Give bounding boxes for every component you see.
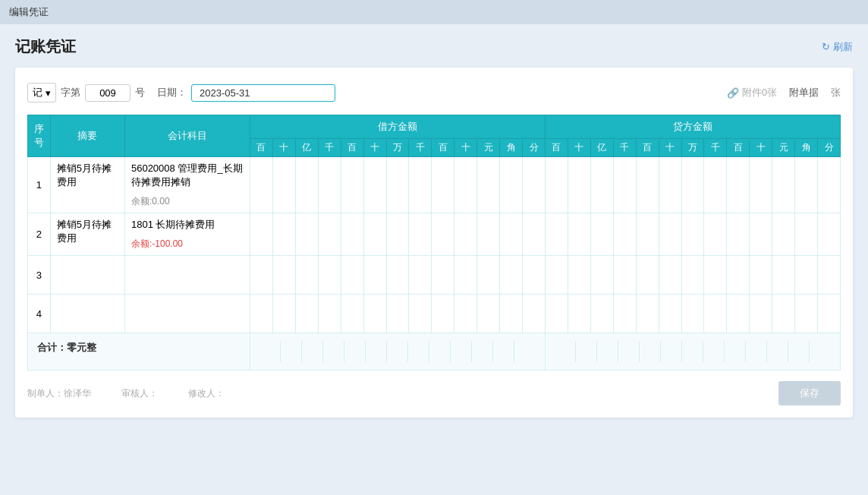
debit-cell[interactable] bbox=[250, 256, 272, 295]
credit-cell[interactable] bbox=[727, 157, 750, 213]
row-account[interactable]: 56020008 管理费用_长期待摊费用摊销余额:0.00 bbox=[124, 157, 250, 213]
credit-cell[interactable] bbox=[681, 295, 704, 333]
debit-cell[interactable] bbox=[363, 213, 386, 256]
debit-cell[interactable] bbox=[523, 157, 546, 213]
credit-cell[interactable] bbox=[727, 295, 750, 333]
debit-cell[interactable] bbox=[386, 256, 409, 295]
credit-cell[interactable] bbox=[795, 256, 818, 295]
credit-cell[interactable] bbox=[750, 213, 772, 256]
credit-cell[interactable] bbox=[659, 157, 681, 213]
debit-cell[interactable] bbox=[272, 157, 295, 213]
credit-cell[interactable] bbox=[590, 213, 613, 256]
debit-cell[interactable] bbox=[500, 256, 523, 295]
credit-cell[interactable] bbox=[772, 295, 795, 333]
credit-cell[interactable] bbox=[568, 295, 590, 333]
credit-cell[interactable] bbox=[659, 213, 681, 256]
debit-cell[interactable] bbox=[477, 157, 500, 213]
credit-cell[interactable] bbox=[727, 256, 750, 295]
debit-cell[interactable] bbox=[523, 213, 546, 256]
date-input[interactable] bbox=[191, 84, 335, 102]
debit-cell[interactable] bbox=[386, 157, 409, 213]
debit-cell[interactable] bbox=[454, 295, 477, 333]
credit-cell[interactable] bbox=[568, 157, 590, 213]
debit-cell[interactable] bbox=[318, 295, 341, 333]
credit-cell[interactable] bbox=[750, 295, 772, 333]
debit-cell[interactable] bbox=[500, 295, 523, 333]
debit-cell[interactable] bbox=[500, 213, 523, 256]
debit-cell[interactable] bbox=[272, 256, 295, 295]
credit-cell[interactable] bbox=[795, 295, 818, 333]
credit-cell[interactable] bbox=[818, 213, 841, 256]
debit-cell[interactable] bbox=[295, 157, 318, 213]
row-account[interactable] bbox=[124, 256, 250, 295]
debit-cell[interactable] bbox=[318, 256, 341, 295]
debit-cell[interactable] bbox=[363, 295, 386, 333]
row-summary[interactable] bbox=[50, 295, 124, 333]
credit-cell[interactable] bbox=[772, 157, 795, 213]
debit-cell[interactable] bbox=[341, 157, 363, 213]
credit-cell[interactable] bbox=[590, 157, 613, 213]
debit-cell[interactable] bbox=[318, 213, 341, 256]
debit-cell[interactable] bbox=[409, 157, 432, 213]
debit-cell[interactable] bbox=[432, 213, 454, 256]
credit-cell[interactable] bbox=[772, 256, 795, 295]
credit-cell[interactable] bbox=[795, 213, 818, 256]
debit-cell[interactable] bbox=[432, 157, 454, 213]
credit-cell[interactable] bbox=[750, 157, 772, 213]
row-summary[interactable]: 摊销5月待摊费用 bbox=[50, 213, 124, 256]
credit-cell[interactable] bbox=[818, 256, 841, 295]
debit-cell[interactable] bbox=[250, 157, 272, 213]
credit-cell[interactable] bbox=[818, 295, 841, 333]
debit-cell[interactable] bbox=[295, 295, 318, 333]
attachment-link[interactable]: 🔗 附件0张 bbox=[727, 86, 777, 99]
credit-cell[interactable] bbox=[613, 256, 636, 295]
debit-cell[interactable] bbox=[432, 256, 454, 295]
credit-cell[interactable] bbox=[659, 256, 681, 295]
credit-cell[interactable] bbox=[727, 213, 750, 256]
credit-cell[interactable] bbox=[613, 295, 636, 333]
credit-cell[interactable] bbox=[681, 157, 704, 213]
debit-cell[interactable] bbox=[477, 295, 500, 333]
credit-cell[interactable] bbox=[568, 256, 590, 295]
row-account[interactable]: 1801 长期待摊费用余额:-100.00 bbox=[124, 213, 250, 256]
credit-cell[interactable] bbox=[590, 295, 613, 333]
credit-cell[interactable] bbox=[568, 213, 590, 256]
row-summary[interactable]: 摊销5月待摊费用 bbox=[50, 157, 124, 213]
credit-cell[interactable] bbox=[772, 213, 795, 256]
debit-cell[interactable] bbox=[477, 256, 500, 295]
row-account[interactable] bbox=[124, 295, 250, 333]
debit-cell[interactable] bbox=[272, 213, 295, 256]
row-summary[interactable] bbox=[50, 256, 124, 295]
debit-cell[interactable] bbox=[454, 256, 477, 295]
credit-cell[interactable] bbox=[704, 256, 727, 295]
credit-cell[interactable] bbox=[681, 213, 704, 256]
debit-cell[interactable] bbox=[477, 213, 500, 256]
credit-cell[interactable] bbox=[613, 213, 636, 256]
debit-cell[interactable] bbox=[250, 213, 272, 256]
debit-cell[interactable] bbox=[295, 213, 318, 256]
debit-cell[interactable] bbox=[341, 213, 363, 256]
debit-cell[interactable] bbox=[523, 295, 546, 333]
credit-cell[interactable] bbox=[704, 157, 727, 213]
debit-cell[interactable] bbox=[363, 256, 386, 295]
credit-cell[interactable] bbox=[545, 295, 568, 333]
number-input[interactable] bbox=[85, 84, 131, 102]
credit-cell[interactable] bbox=[636, 213, 659, 256]
debit-cell[interactable] bbox=[409, 295, 432, 333]
credit-cell[interactable] bbox=[636, 157, 659, 213]
credit-cell[interactable] bbox=[545, 256, 568, 295]
save-button[interactable]: 保存 bbox=[778, 381, 841, 405]
debit-cell[interactable] bbox=[409, 256, 432, 295]
debit-cell[interactable] bbox=[272, 295, 295, 333]
debit-cell[interactable] bbox=[386, 295, 409, 333]
type-select[interactable]: 记 ▾ bbox=[27, 83, 56, 102]
credit-cell[interactable] bbox=[545, 213, 568, 256]
debit-cell[interactable] bbox=[295, 256, 318, 295]
credit-cell[interactable] bbox=[545, 157, 568, 213]
debit-cell[interactable] bbox=[363, 157, 386, 213]
debit-cell[interactable] bbox=[341, 256, 363, 295]
credit-cell[interactable] bbox=[795, 157, 818, 213]
debit-cell[interactable] bbox=[250, 295, 272, 333]
credit-cell[interactable] bbox=[750, 256, 772, 295]
credit-cell[interactable] bbox=[681, 256, 704, 295]
